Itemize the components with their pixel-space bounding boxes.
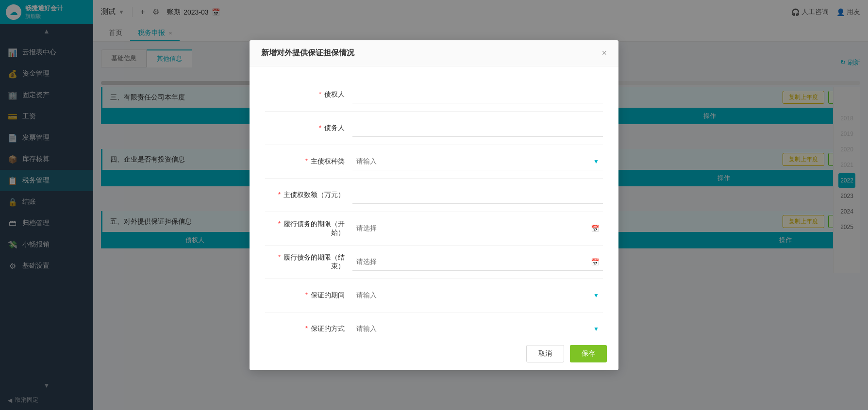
period-start-date-wrapper: 📅 [352, 220, 603, 237]
guarantee-period-select[interactable] [352, 287, 603, 304]
guarantee-period-field: ▼ [352, 287, 603, 304]
dialog-body: * 债权人 * 债务人 * [250, 66, 618, 337]
period-end-label: * 履行债务的期限（结束） [265, 253, 352, 271]
claim-type-field: ▼ [352, 153, 603, 170]
period-start-label-text: 履行债务的期限（开始） [284, 220, 345, 236]
claim-type-select[interactable] [352, 153, 603, 170]
claim-amount-field [352, 186, 603, 204]
debtor-label-text: 债务人 [324, 124, 345, 131]
guarantee-period-select-wrapper: ▼ [352, 287, 603, 304]
form-row-guarantee-period: * 保证的期间 ▼ [265, 279, 603, 312]
dialog-title: 新增对外提供保证担保情况 [261, 48, 354, 58]
period-end-date-wrapper: 📅 [352, 253, 603, 271]
guarantee-period-label-text: 保证的期间 [311, 291, 345, 299]
required-mark: * [305, 325, 308, 332]
form-row-claim-amount: * 主债权数额（万元） [265, 179, 603, 212]
guarantee-method-label-text: 保证的方式 [311, 325, 345, 332]
form-row-creditor: * 债权人 [265, 78, 603, 112]
form-row-period-end: * 履行债务的期限（结束） 📅 [265, 246, 603, 279]
required-mark: * [319, 90, 321, 98]
creditor-input[interactable] [352, 86, 603, 103]
dialog: 新增对外提供保证担保情况 × * 债权人 * 债务人 [250, 40, 618, 370]
period-start-label: * 履行债务的期限（开始） [265, 220, 352, 237]
form-row-guarantee-method: * 保证的方式 ▼ [265, 312, 603, 337]
cancel-button[interactable]: 取消 [526, 345, 564, 362]
dialog-header: 新增对外提供保证担保情况 × [250, 40, 618, 66]
creditor-label-text: 债权人 [324, 90, 345, 98]
period-end-label-text: 履行债务的期限（结束） [284, 253, 345, 270]
claim-amount-label: * 主债权数额（万元） [265, 191, 352, 199]
dialog-footer: 取消 保存 [250, 337, 618, 370]
guarantee-period-label: * 保证的期间 [265, 291, 352, 300]
required-mark: * [278, 253, 281, 261]
claim-amount-input[interactable] [352, 186, 603, 204]
debtor-label: * 债务人 [265, 124, 352, 132]
period-start-calendar-icon[interactable]: 📅 [591, 225, 599, 232]
period-end-calendar-icon[interactable]: 📅 [591, 258, 599, 266]
debtor-field [352, 119, 603, 137]
guarantee-method-select[interactable] [352, 320, 603, 337]
required-mark: * [319, 124, 321, 131]
form-row-period-start: * 履行债务的期限（开始） 📅 [265, 212, 603, 246]
period-start-input[interactable] [352, 220, 603, 237]
form-row-claim-type: * 主债权种类 ▼ [265, 145, 603, 179]
guarantee-method-label: * 保证的方式 [265, 325, 352, 333]
period-start-field: 📅 [352, 220, 603, 237]
debtor-input[interactable] [352, 119, 603, 137]
dialog-overlay: 新增对外提供保证担保情况 × * 债权人 * 债务人 [0, 0, 868, 410]
claim-type-label: * 主债权种类 [265, 157, 352, 166]
creditor-label: * 债权人 [265, 90, 352, 99]
period-end-input[interactable] [352, 253, 603, 271]
period-end-field: 📅 [352, 253, 603, 271]
required-mark: * [278, 220, 281, 228]
creditor-field [352, 86, 603, 103]
claim-amount-label-text: 主债权数额（万元） [284, 191, 345, 198]
dialog-close-button[interactable]: × [601, 49, 607, 57]
required-mark: * [278, 191, 281, 198]
claim-type-label-text: 主债权种类 [311, 157, 345, 165]
required-mark: * [305, 157, 308, 165]
save-button[interactable]: 保存 [570, 345, 607, 362]
guarantee-method-field: ▼ [352, 320, 603, 337]
required-mark: * [305, 291, 308, 299]
guarantee-method-select-wrapper: ▼ [352, 320, 603, 337]
form-row-debtor: * 债务人 [265, 112, 603, 145]
claim-type-select-wrapper: ▼ [352, 153, 603, 170]
